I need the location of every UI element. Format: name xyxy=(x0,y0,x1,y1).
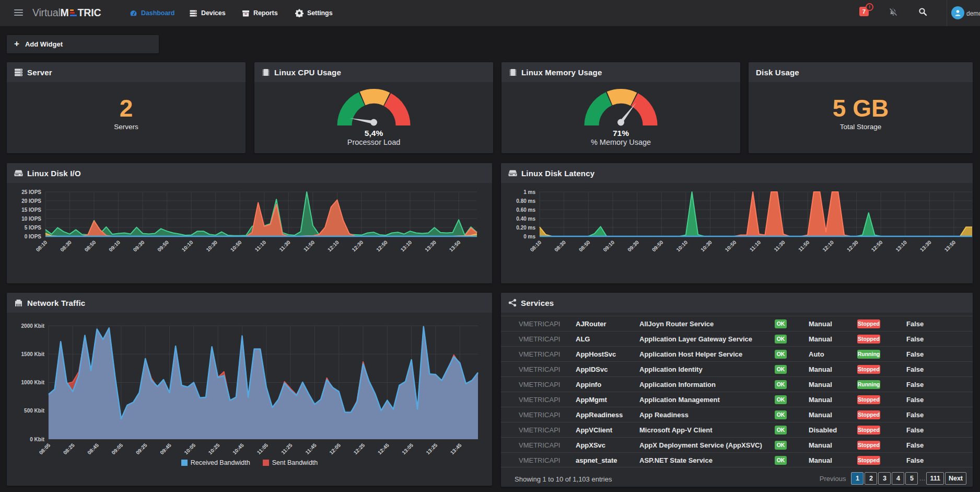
status-badge: OK xyxy=(775,380,787,389)
add-widget-label: Add Widget xyxy=(25,40,63,48)
nav-item-label: Settings xyxy=(307,9,333,17)
legend-swatch xyxy=(181,460,188,466)
card-chart-1: Linux Disk Latency0 ms0.20 ms0.40 ms0.60… xyxy=(501,163,973,283)
search-icon[interactable] xyxy=(918,7,927,18)
nav-item-dashboard[interactable]: Dashboard xyxy=(130,0,174,26)
navbar-divider xyxy=(947,0,947,26)
cell-description: Application Management xyxy=(639,392,720,407)
card-header: Linux CPU Usage xyxy=(254,62,493,82)
svg-text:09:25: 09:25 xyxy=(135,442,148,455)
svg-text:11:30: 11:30 xyxy=(278,239,291,253)
services-table: VMETRICAPIAJRouterAllJoyn Router Service… xyxy=(501,316,973,467)
table-row[interactable]: VMETRICAPIAppMgmtApplication ManagementO… xyxy=(501,392,973,407)
nav-item-label: Dashboard xyxy=(141,9,174,17)
add-widget-button[interactable]: + Add Widget xyxy=(7,35,159,53)
pagination-page-2[interactable]: 2 xyxy=(865,472,877,485)
svg-text:12:05: 12:05 xyxy=(328,442,342,455)
gauge-icon xyxy=(130,9,137,17)
table-row[interactable]: VMETRICAPIALGApplication Layer Gateway S… xyxy=(501,331,973,346)
status-badge: OK xyxy=(775,365,787,374)
stat-value: 5 GB xyxy=(749,96,973,120)
table-row[interactable]: VMETRICAPIAppXSvcAppX Deployment Service… xyxy=(501,437,973,452)
svg-text:11:50: 11:50 xyxy=(302,239,316,253)
svg-text:0 ms: 0 ms xyxy=(523,234,535,239)
card-services: ServicesVMETRICAPIAJRouterAllJoyn Router… xyxy=(501,293,973,487)
legend-swatch xyxy=(263,460,269,466)
svg-text:09:30: 09:30 xyxy=(626,239,640,253)
stat-label: Total Storage xyxy=(749,123,973,131)
pagination: Previous12345…111Next xyxy=(820,472,966,485)
app-logo[interactable]: VirtualMTRIC xyxy=(32,7,101,19)
cell-name: ALG xyxy=(576,331,590,347)
cell-flag: False xyxy=(906,392,924,407)
gauge-value: 71% xyxy=(501,129,740,138)
pagination-page-3[interactable]: 3 xyxy=(878,472,891,485)
svg-text:10 IOPS: 10 IOPS xyxy=(21,216,41,222)
table-row[interactable]: VMETRICAPIAppReadinessApp ReadinessOKMan… xyxy=(501,407,973,422)
legend-label: Received Bandwidth xyxy=(191,459,250,466)
cell-host: VMETRICAPI xyxy=(519,438,560,453)
user-avatar[interactable] xyxy=(951,6,964,19)
chart-legend: Received BandwidthSent Bandwidth xyxy=(7,459,492,466)
cell-flag: False xyxy=(906,438,924,453)
table-row[interactable]: VMETRICAPIaspnet_stateASP.NET State Serv… xyxy=(501,452,973,467)
card-title: Services xyxy=(521,299,554,307)
svg-text:08:50: 08:50 xyxy=(84,239,97,253)
svg-text:09:30: 09:30 xyxy=(132,239,146,253)
state-badge: Stopped xyxy=(857,426,880,434)
gauge-label: % Memory Usage xyxy=(501,138,740,146)
status-badge: OK xyxy=(775,441,787,450)
legend-item[interactable]: Sent Bandwidth xyxy=(263,459,318,466)
nav-item-settings[interactable]: Settings xyxy=(295,0,333,26)
pagination-next[interactable]: Next xyxy=(945,472,966,485)
state-badge: Stopped xyxy=(857,395,880,404)
cell-flag: False xyxy=(906,331,924,347)
logo-e-bars-icon xyxy=(70,9,77,16)
status-badge: OK xyxy=(775,426,787,434)
nav-item-label: Reports xyxy=(253,9,278,17)
table-row[interactable]: VMETRICAPIAppVClientMicrosoft App-V Clie… xyxy=(501,422,973,437)
svg-text:13:50: 13:50 xyxy=(943,239,957,253)
cell-startup: Manual xyxy=(809,316,832,331)
stat-label: Servers xyxy=(7,123,246,131)
svg-text:10:10: 10:10 xyxy=(675,239,689,253)
table-row[interactable]: VMETRICAPIAppIDSvcApplication IdentityOK… xyxy=(501,361,973,376)
pagination-page-last[interactable]: 111 xyxy=(926,472,943,485)
pagination-page-4[interactable]: 4 xyxy=(892,472,904,485)
svg-text:13:50: 13:50 xyxy=(448,239,462,253)
svg-text:09:10: 09:10 xyxy=(108,239,121,253)
cell-description: Application Identity xyxy=(639,362,703,377)
card-header: Services xyxy=(501,293,973,313)
svg-text:0.60 ms: 0.60 ms xyxy=(516,207,535,213)
svg-text:0 IOPS: 0 IOPS xyxy=(25,234,42,239)
table-row[interactable]: VMETRICAPIAJRouterAllJoyn Router Service… xyxy=(501,316,973,331)
cell-startup: Manual xyxy=(809,362,832,377)
card-chart-0: Linux Disk I/O0 IOPS5 IOPS10 IOPS15 IOPS… xyxy=(7,163,492,283)
cell-flag: False xyxy=(906,362,924,377)
bell-muted-icon[interactable] xyxy=(889,7,898,19)
legend-item[interactable]: Received Bandwidth xyxy=(181,459,250,466)
hamburger-menu-icon[interactable] xyxy=(14,9,23,16)
cell-description: AllJoyn Router Service xyxy=(639,316,714,331)
svg-text:5 IOPS: 5 IOPS xyxy=(25,225,42,231)
pagination-page-1[interactable]: 1 xyxy=(851,472,864,485)
svg-text:13:05: 13:05 xyxy=(401,442,414,455)
card-chart-2: Network Traffic0 Kbit500 Kbit1000 Kbit15… xyxy=(7,293,492,486)
archive-icon xyxy=(242,9,250,17)
table-row[interactable]: VMETRICAPIAppinfoApplication Information… xyxy=(501,376,973,392)
nav-item-devices[interactable]: Devices xyxy=(189,0,226,26)
card-body: 5 GBTotal Storage xyxy=(749,82,973,153)
svg-text:08:10: 08:10 xyxy=(35,239,49,253)
nav-item-reports[interactable]: Reports xyxy=(242,0,278,26)
pagination-previous[interactable]: Previous xyxy=(820,475,846,483)
svg-text:12:10: 12:10 xyxy=(821,239,835,253)
cell-flag: False xyxy=(906,407,924,422)
cell-host: VMETRICAPI xyxy=(519,347,560,362)
chart-network-traffic: 0 Kbit500 Kbit1000 Kbit1500 Kbit2000 Kbi… xyxy=(7,293,492,486)
table-row[interactable]: VMETRICAPIAppHostSvcApplication Host Hel… xyxy=(501,346,973,361)
username-label[interactable]: demo xyxy=(966,10,980,17)
pagination-page-5[interactable]: 5 xyxy=(905,472,918,485)
state-badge: Stopped xyxy=(857,441,880,450)
chart-linux-disk-i-o: 0 IOPS5 IOPS10 IOPS15 IOPS20 IOPS25 IOPS… xyxy=(7,163,492,283)
cell-name: AppHostSvc xyxy=(576,347,616,362)
